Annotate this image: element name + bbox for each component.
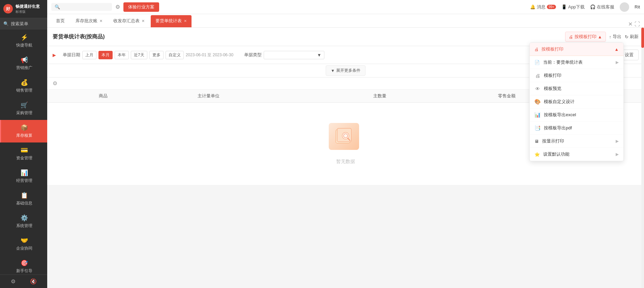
date-btn-custom[interactable]: 自定义: [166, 51, 184, 59]
print-template-label: 按模板打印: [575, 34, 596, 40]
topbar: 🔍 ⚙ 体验行业方案 🔔 消息 99+ 📱 App下载 🎧 在线客服 Rit: [47, 0, 644, 14]
right-scrollbar[interactable]: [641, 28, 644, 288]
printer-icon-item: 🖨: [534, 73, 540, 78]
tabs-bar: 首页 库存批次账 ✕ 收发存汇总表 ✕ 要货单统计表 ✕ ✕ ⛶: [47, 14, 644, 28]
dropdown-template-design[interactable]: 🎨 模板自定义设计: [530, 95, 623, 108]
chevron-right-icon: ▶: [616, 60, 619, 65]
messages-button[interactable]: 🔔 消息 99+: [530, 4, 556, 10]
filter-expand-arrow[interactable]: ▶: [53, 53, 56, 58]
date-btn-7days[interactable]: 近7天: [131, 51, 147, 59]
refresh-label: 刷新: [630, 34, 639, 40]
online-support-label: 在线客服: [597, 4, 614, 10]
nav-icon-operation: 📊: [21, 169, 28, 177]
sidebar-logo: 好 畅捷通好生意 标准版: [0, 0, 47, 18]
sidebar-item-purchase[interactable]: 🛒采购管理: [0, 97, 47, 120]
tab-collection-summary[interactable]: 收发存汇总表 ✕: [109, 15, 149, 27]
sidebar-item-sales[interactable]: 💰销售管理: [0, 75, 47, 97]
nav-label-purchase: 采购管理: [16, 110, 32, 116]
app-logo-icon: 好: [3, 4, 13, 13]
nav-label-finance: 资金管理: [16, 155, 32, 161]
doc-type-select[interactable]: ▼: [264, 51, 324, 59]
sidebar-item-system[interactable]: ⚙️系统管理: [0, 210, 47, 233]
eye-icon: 👁: [534, 86, 540, 92]
tab-home-label: 首页: [56, 18, 65, 24]
nav-label-quick-nav: 快捷导航: [16, 42, 32, 48]
sidebar: 好 畅捷通好生意 标准版 🔍 搜索菜单 ⚡快捷导航📢营销推广💰销售管理🛒采购管理…: [0, 0, 47, 288]
sidebar-item-guide[interactable]: 🎯新手引导: [0, 255, 47, 275]
topbar-search-box[interactable]: 🔍: [51, 3, 112, 11]
refresh-button[interactable]: ↻ 刷新: [625, 34, 639, 40]
date-btn-last-month[interactable]: 上月: [82, 51, 96, 59]
user-avatar[interactable]: [620, 2, 629, 12]
nav-label-inventory: 库存核算: [16, 133, 32, 138]
sidebar-item-basic[interactable]: 📋基础信息: [0, 188, 47, 210]
dropdown-display-print[interactable]: 🖥 按显示打印 ▶: [530, 135, 623, 148]
expand-more-button[interactable]: ▼ 展开更多条件: [326, 65, 365, 76]
nav-icon-purchase: 🛒: [21, 101, 28, 109]
date-btn-this-month[interactable]: 本月: [98, 51, 113, 59]
sidebar-item-finance[interactable]: 💳资金管理: [0, 142, 47, 165]
sidebar-item-marketing[interactable]: 📢营销推广: [0, 52, 47, 75]
nav-icon-marketing: 📢: [21, 56, 28, 64]
dropdown-export-pdf[interactable]: 📑 按模板导出pdf: [530, 122, 623, 135]
export-pdf-label: 按模板导出pdf: [544, 125, 572, 131]
date-btn-this-year[interactable]: 本年: [115, 51, 129, 59]
sidebar-item-inventory[interactable]: 📦库存核算: [0, 120, 47, 142]
tab-inventory-batch[interactable]: 库存批次账 ✕: [71, 15, 107, 27]
expand-more-label: 展开更多条件: [336, 68, 360, 73]
sidebar-search[interactable]: 🔍 搜索菜单: [0, 18, 47, 30]
online-support-button[interactable]: 🎧 在线客服: [590, 4, 614, 10]
tab-collection-summary-label: 收发存汇总表: [113, 18, 140, 24]
settings-gear-icon[interactable]: ⚙: [115, 4, 120, 10]
default-icon: ⭐: [534, 152, 540, 157]
date-filter-label: 单据日期: [63, 52, 80, 58]
tab-home[interactable]: 首页: [51, 15, 69, 27]
window-expand-icon[interactable]: ⛶: [635, 21, 640, 27]
empty-text: 暂无数据: [336, 159, 355, 165]
dropdown-template-preview[interactable]: 👁 模板预览: [530, 82, 623, 95]
design-icon: 🎨: [534, 99, 540, 105]
nav-icon-system: ⚙️: [21, 214, 28, 222]
dropdown-title: 按模板打印: [541, 46, 563, 52]
date-range-display: 2023-06-01 至 2023-06-30: [186, 52, 233, 58]
export-button[interactable]: ↑ 导出: [609, 34, 622, 40]
dropdown-template-print[interactable]: 🖨 模板打印: [530, 69, 623, 82]
dropdown-export-excel[interactable]: 📊 按模板导出excel: [530, 108, 623, 122]
table-settings-icon[interactable]: ⚙: [53, 80, 57, 87]
dropdown-close-area[interactable]: ▲: [614, 47, 619, 52]
doc-type-label: 单据类型: [244, 52, 262, 58]
sidebar-item-collab[interactable]: 🤝企业协同: [0, 233, 47, 255]
chevron-down-icon: ▼: [317, 53, 321, 58]
mute-icon[interactable]: 🔇: [30, 278, 37, 285]
sidebar-item-quick-nav[interactable]: ⚡快捷导航: [0, 30, 47, 52]
topbar-right-area: 🔔 消息 99+ 📱 App下载 🎧 在线客服 Rit: [530, 2, 640, 12]
printer-icon: 🖨: [569, 34, 573, 39]
headset-icon: 🎧: [590, 4, 595, 9]
template-print-label: 模板打印: [544, 72, 561, 78]
close-tab-inventory-batch[interactable]: ✕: [99, 19, 103, 23]
window-close-icon[interactable]: ✕: [628, 21, 633, 27]
nav-icon-guide: 🎯: [21, 259, 28, 267]
refresh-icon: ↻: [625, 34, 628, 39]
print-template-dropdown: 🖨 按模板打印 ▲ 📄 当前：要货单统计表 ▶ 🖨 模板打印 👁: [529, 42, 624, 161]
dropdown-current-template[interactable]: 📄 当前：要货单统计表 ▶: [530, 56, 623, 69]
col-unit: 主计量单位: [194, 90, 370, 103]
tab-order-stats[interactable]: 要货单统计表 ✕: [151, 15, 192, 27]
app-download-button[interactable]: 📱 App下载: [561, 4, 585, 10]
print-template-button[interactable]: 🖨 按模板打印 ▲: [565, 32, 606, 42]
date-filter-group: 单据日期 上月 本月 本年 近7天 更多 自定义 2023-06-01 至 20…: [63, 51, 233, 59]
user-name: Rit: [635, 4, 640, 9]
close-tab-collection-summary[interactable]: ✕: [142, 19, 145, 23]
bell-icon: 🔔: [530, 4, 535, 9]
nav-label-system: 系统管理: [16, 223, 32, 229]
dropdown-set-default[interactable]: ⭐ 设置默认功能 ▶: [530, 148, 623, 161]
sidebar-item-operation[interactable]: 📊经营管理: [0, 165, 47, 188]
trial-industry-button[interactable]: 体验行业方案: [123, 2, 159, 12]
mobile-icon: 📱: [561, 4, 567, 9]
template-preview-label: 模板预览: [544, 86, 561, 92]
date-btn-more[interactable]: 更多: [149, 51, 164, 59]
template-design-label: 模板自定义设计: [544, 99, 575, 105]
settings-icon[interactable]: ⚙: [11, 278, 16, 285]
close-tab-order-stats[interactable]: ✕: [184, 19, 187, 23]
chevron-right-icon3: ▶: [616, 152, 619, 157]
